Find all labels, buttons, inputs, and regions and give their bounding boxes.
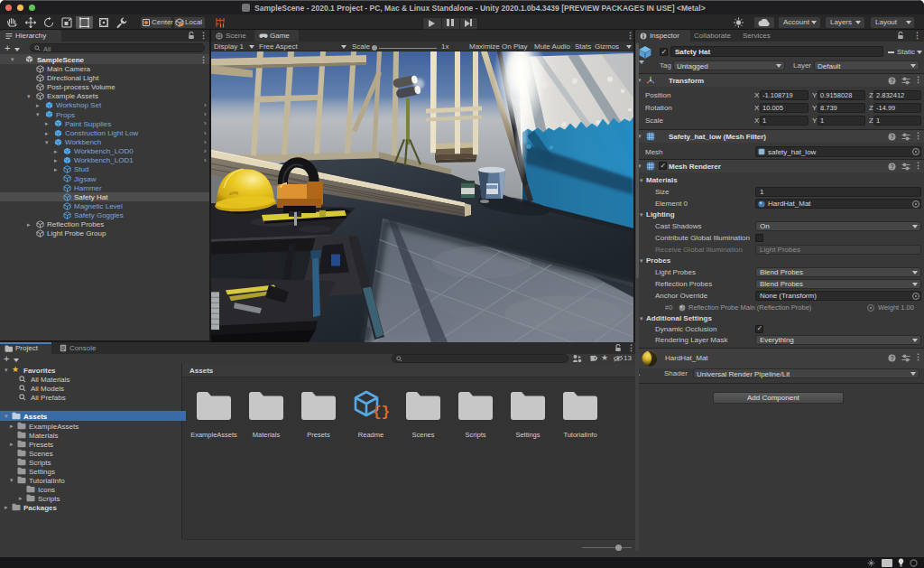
svg-text:?: ?	[891, 163, 894, 170]
svg-text:?: ?	[891, 134, 894, 140]
svg-text:?: ?	[891, 355, 894, 361]
svg-text:{}: {}	[373, 405, 390, 421]
svg-text:?: ?	[891, 78, 894, 84]
